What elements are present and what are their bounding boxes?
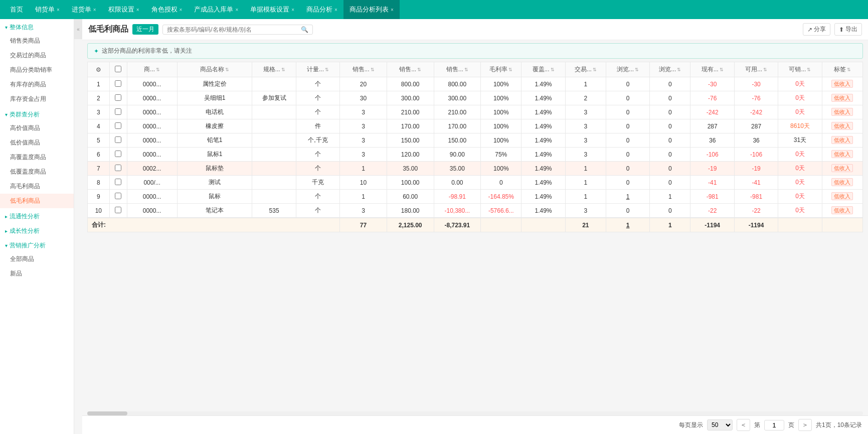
page-number-input[interactable]	[764, 420, 784, 430]
cell-label: 低收入	[822, 77, 862, 91]
th-avail[interactable]: 可用...⇅	[734, 62, 778, 77]
share-button[interactable]: ↗ 分享	[803, 23, 830, 36]
low-income-tag: 低收入	[831, 122, 853, 130]
cell-unit: 件	[296, 119, 339, 133]
cell-sales-profit: 90.00	[434, 148, 481, 162]
cell-label: 低收入	[822, 162, 862, 176]
sidebar-item-all-goods[interactable]: 全部商品	[0, 252, 74, 266]
notice-bar: ✦ 这部分商品的利润非常低，请关注	[87, 43, 863, 59]
sidebar-item-capital[interactable]: 库存资金占用	[0, 92, 74, 106]
goods-table: ⚙ 商...⇅ 商品名称⇅ 规格...⇅ 计量...⇅ 销售...⇅ 销售...…	[87, 62, 863, 232]
nav-sales[interactable]: 销货单 ×	[29, 0, 66, 19]
th-name[interactable]: 商品名称⇅	[177, 62, 252, 77]
row-checkbox[interactable]	[115, 80, 121, 87]
th-sales-qty[interactable]: 销售...⇅	[340, 62, 387, 77]
total-gross-rate	[481, 218, 522, 232]
cell-num: 4	[88, 119, 110, 133]
th-gross-rate[interactable]: 毛利率⇅	[481, 62, 522, 77]
time-badge[interactable]: 近一月	[132, 24, 158, 35]
th-spec[interactable]: 规格...⇅	[252, 62, 296, 77]
low-income-tag: 低收入	[831, 150, 853, 158]
th-coverage[interactable]: 覆盖...⇅	[522, 62, 565, 77]
cell-num: 6	[88, 148, 110, 162]
close-icon[interactable]: ×	[93, 7, 96, 13]
cell-trade: 3	[565, 119, 606, 133]
close-icon[interactable]: ×	[334, 7, 337, 13]
sidebar-group-cluster[interactable]: ▾ 类群查分析	[0, 106, 74, 121]
cell-trade: 2	[565, 91, 606, 105]
sidebar-item-new-goods[interactable]: 新品	[0, 266, 74, 281]
cell-sales-profit: 170.00	[434, 119, 481, 133]
cell-gross-rate: 0	[481, 176, 522, 190]
row-checkbox[interactable]	[115, 165, 121, 171]
close-icon[interactable]: ×	[136, 7, 139, 13]
scrollbar-thumb[interactable]	[87, 411, 127, 415]
cell-sales-price: 120.00	[387, 148, 434, 162]
th-label[interactable]: 标签⇅	[822, 62, 862, 77]
cell-sellable: 0天	[778, 77, 822, 91]
sidebar-item-high-value[interactable]: 高价值商品	[0, 121, 74, 135]
nav-goods-analysis[interactable]: 商品分析 ×	[300, 0, 343, 19]
row-checkbox[interactable]	[115, 193, 121, 199]
sidebar-item-high-margin[interactable]: 高毛利商品	[0, 179, 74, 194]
th-sales-profit[interactable]: 销售...⇅	[434, 62, 481, 77]
nav-home[interactable]: 首页	[4, 0, 29, 19]
th-sellable[interactable]: 可销...⇅	[778, 62, 822, 77]
sidebar-item-low-margin[interactable]: 低毛利商品	[0, 194, 74, 208]
th-stock[interactable]: 现有...⇅	[690, 62, 734, 77]
th-view2[interactable]: 浏览...⇅	[650, 62, 690, 77]
close-icon[interactable]: ×	[235, 7, 238, 13]
horizontal-scrollbar[interactable]	[87, 411, 863, 415]
row-checkbox[interactable]	[115, 108, 121, 115]
cell-coverage: 1.49%	[522, 133, 565, 148]
nav-permissions[interactable]: 权限设置 ×	[102, 0, 145, 19]
sidebar-item-low-coverage[interactable]: 低覆盖度商品	[0, 165, 74, 179]
nav-products[interactable]: 产成品入库单 ×	[188, 0, 244, 19]
table-row: 9 0000... 鼠标 个 1 60.00 -98.91 -164.85% 1…	[88, 190, 863, 204]
sidebar-item-category-rate[interactable]: 商品分类助销率	[0, 63, 74, 77]
nav-templates[interactable]: 单据模板设置 ×	[244, 0, 300, 19]
sidebar-collapse-button[interactable]: «	[74, 19, 82, 39]
sidebar-group-growth[interactable]: ▸ 成长性分析	[0, 223, 74, 237]
cell-avail: -242	[734, 105, 778, 119]
sidebar-item-high-coverage[interactable]: 高覆盖度商品	[0, 150, 74, 165]
row-checkbox[interactable]	[115, 136, 121, 143]
chevron-right-icon: ▸	[5, 228, 8, 234]
sidebar-item-sales-goods[interactable]: 销售类商品	[0, 34, 74, 48]
page-label: 第	[754, 421, 760, 429]
th-code[interactable]: 商...⇅	[127, 62, 177, 77]
cell-avail: -76	[734, 91, 778, 105]
close-icon[interactable]: ×	[180, 7, 183, 13]
close-icon[interactable]: ×	[57, 7, 60, 13]
settings-icon[interactable]: ⚙	[96, 66, 101, 73]
th-trade[interactable]: 交易...⇅	[565, 62, 606, 77]
row-checkbox[interactable]	[115, 151, 121, 157]
row-checkbox[interactable]	[115, 122, 121, 129]
close-icon[interactable]: ×	[291, 7, 294, 13]
export-button[interactable]: ⬆ 导出	[834, 23, 862, 36]
row-checkbox[interactable]	[115, 207, 121, 213]
sidebar-item-traded-goods[interactable]: 交易过的商品	[0, 48, 74, 63]
page-size-select[interactable]: 50 100 200	[707, 419, 733, 430]
next-page-button[interactable]: ＞	[798, 419, 812, 431]
th-sales-price[interactable]: 销售...⇅	[387, 62, 434, 77]
sidebar-item-low-value[interactable]: 低价值商品	[0, 135, 74, 150]
th-view1[interactable]: 浏览...⇅	[606, 62, 649, 77]
nav-goods-analysis-list[interactable]: 商品分析列表 ×	[343, 0, 400, 19]
sidebar-group-marketing[interactable]: ▾ 营销推广分析	[0, 237, 74, 252]
search-input[interactable]	[167, 26, 299, 33]
sidebar-item-in-stock[interactable]: 有库存的商品	[0, 77, 74, 92]
close-icon[interactable]: ×	[391, 7, 394, 13]
cell-check	[109, 162, 127, 176]
sidebar-group-flow[interactable]: ▸ 流通性分析	[0, 208, 74, 223]
row-checkbox[interactable]	[115, 94, 121, 101]
row-checkbox[interactable]	[115, 179, 121, 185]
search-icon[interactable]: 🔍	[301, 26, 308, 33]
cell-sales-price: 300.00	[387, 91, 434, 105]
nav-purchase[interactable]: 进货单 ×	[66, 0, 102, 19]
sidebar-group-overall[interactable]: ▾ 整体信息	[0, 19, 74, 34]
nav-roles[interactable]: 角色授权 ×	[145, 0, 189, 19]
th-unit[interactable]: 计量...⇅	[296, 62, 339, 77]
prev-page-button[interactable]: ＜	[737, 419, 750, 431]
select-all-checkbox[interactable]	[115, 66, 121, 72]
